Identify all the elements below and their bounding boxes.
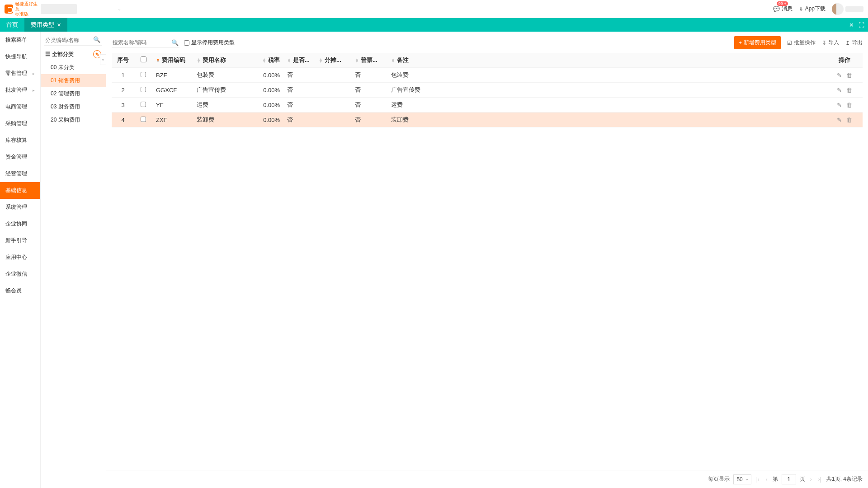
cell-checkbox[interactable]	[134, 83, 152, 98]
sidebar-item-label: 经营管理	[5, 170, 27, 178]
sidebar-item-inventory[interactable]: 库存核算	[0, 132, 40, 149]
prev-page-button[interactable]: ‹	[764, 476, 769, 483]
app-download-button[interactable]: ⇩ App下载	[799, 5, 826, 13]
search-icon[interactable]: 🔍	[93, 36, 100, 43]
row-checkbox[interactable]	[141, 117, 146, 122]
sidebar-item-purchase[interactable]: 采购管理	[0, 115, 40, 132]
cell-code: GGXCF	[152, 83, 193, 98]
category-item[interactable]: 03 财务费用	[41, 100, 106, 113]
table-row[interactable]: 2GGXCF广告宣传费0.00%否否广告宣传费✎🗑	[112, 83, 863, 98]
col-header-name[interactable]: ▲▼费用名称	[193, 53, 252, 68]
delete-icon[interactable]: 🗑	[846, 102, 852, 108]
sidebar-item-label: 搜索菜单	[5, 36, 27, 44]
cell-checkbox[interactable]	[134, 68, 152, 83]
category-all[interactable]: ☰ 全部分类 ✎	[41, 47, 106, 61]
add-button-label: 新增费用类型	[744, 39, 776, 47]
tab-close-all-icon[interactable]: ✕	[849, 22, 854, 28]
row-checkbox[interactable]	[141, 102, 146, 107]
batch-actions-button[interactable]: ☑ 批量操作	[787, 39, 816, 47]
cell-code: ZXF	[152, 113, 193, 127]
category-item[interactable]: 20 采购费用	[41, 113, 106, 127]
edit-icon[interactable]: ✎	[837, 72, 842, 79]
close-icon[interactable]: ✕	[57, 22, 61, 28]
cell-name: 广告宣传费	[193, 83, 252, 98]
col-header-allocation[interactable]: ▲▼分摊...	[315, 53, 351, 68]
category-item[interactable]: 00 未分类	[41, 61, 106, 74]
table-row[interactable]: 1BZF包装费0.00%否否包装费✎🗑	[112, 68, 863, 83]
sidebar-item-funds[interactable]: 资金管理	[0, 149, 40, 165]
messages-button[interactable]: 💬 消息 99 +	[773, 5, 793, 13]
toolbar: 🔍 显示停用费用类型 + 新增费用类型 ☑ 批量操作 ↧ 导入	[106, 32, 868, 53]
edit-icon[interactable]: ✎	[837, 117, 842, 123]
tab-home[interactable]: 首页	[0, 18, 24, 32]
sort-icon: ▲▼	[319, 58, 323, 63]
sidebar-item-quick-nav[interactable]: 快捷导航	[0, 48, 40, 65]
page-input[interactable]	[782, 474, 796, 484]
cell-invoice: 否	[351, 113, 387, 127]
delete-icon[interactable]: 🗑	[846, 72, 852, 79]
col-header-invoice[interactable]: ▲▼普票...	[351, 53, 387, 68]
brand-line1: 畅捷通好生意	[15, 1, 41, 11]
sort-icon: ▲▼	[262, 58, 266, 63]
search-input[interactable]	[112, 38, 179, 48]
select-all-checkbox[interactable]	[141, 56, 146, 62]
search-icon[interactable]: 🔍	[171, 39, 179, 46]
sidebar-item-app-center[interactable]: 应用中心	[0, 249, 40, 266]
col-header-code[interactable]: ▲▼费用编码	[152, 53, 193, 68]
sidebar-item-collab[interactable]: 企业协同	[0, 216, 40, 232]
edit-icon[interactable]: ✎	[837, 87, 842, 94]
next-page-button[interactable]: ›	[809, 476, 813, 483]
delete-icon[interactable]: 🗑	[846, 87, 852, 94]
col-header-remark[interactable]: ▲▼备注	[387, 53, 826, 68]
fullscreen-icon[interactable]: ⛶	[859, 22, 864, 28]
category-item[interactable]: 02 管理费用	[41, 87, 106, 100]
row-checkbox[interactable]	[141, 87, 146, 92]
account-switcher[interactable]: ⌄	[41, 4, 131, 14]
user-menu[interactable]	[832, 3, 863, 15]
show-disabled-input[interactable]	[184, 40, 189, 46]
collapse-panel-button[interactable]: «	[100, 54, 106, 65]
delete-icon[interactable]: 🗑	[846, 117, 852, 123]
sidebar-item-basic-info[interactable]: 基础信息	[0, 182, 40, 199]
cell-rate: 0.00%	[252, 68, 283, 83]
sidebar-item-wholesale[interactable]: 批发管理▸	[0, 82, 40, 99]
sidebar-item-wecom[interactable]: 企业微信	[0, 266, 40, 282]
tab-expense-type[interactable]: 费用类型 ✕	[24, 18, 67, 32]
import-icon: ↧	[822, 40, 826, 46]
main-content: 🔍 显示停用费用类型 + 新增费用类型 ☑ 批量操作 ↧ 导入	[106, 32, 868, 488]
chevron-right-icon: ▸	[33, 88, 35, 93]
sidebar-item-member[interactable]: 畅会员	[0, 282, 40, 299]
category-item[interactable]: 01 销售费用	[41, 74, 106, 87]
edit-icon[interactable]: ✎	[837, 102, 842, 108]
import-button[interactable]: ↧ 导入	[822, 39, 839, 47]
table-row[interactable]: 3YF运费0.00%否否运费✎🗑	[112, 98, 863, 113]
import-label: 导入	[828, 39, 839, 47]
add-expense-type-button[interactable]: + 新增费用类型	[734, 36, 781, 49]
sidebar-item-ecommerce[interactable]: 电商管理	[0, 99, 40, 115]
sidebar-item-operations[interactable]: 经营管理	[0, 165, 40, 182]
sort-icon: ▲▼	[355, 58, 359, 63]
cell-checkbox[interactable]	[134, 98, 152, 113]
col-header-index[interactable]: 序号	[112, 53, 134, 68]
table-row[interactable]: 4ZXF装卸费0.00%否否装卸费✎🗑	[112, 113, 863, 127]
cell-ops: ✎🗑	[826, 68, 863, 83]
sidebar-item-search-menu[interactable]: 搜索菜单	[0, 32, 40, 48]
show-disabled-checkbox[interactable]: 显示停用费用类型	[184, 39, 235, 47]
col-header-checkbox[interactable]	[134, 53, 152, 68]
export-button[interactable]: ↥ 导出	[845, 39, 863, 47]
row-checkbox[interactable]	[141, 72, 146, 77]
col-header-rate[interactable]: ▲▼税率	[252, 53, 283, 68]
user-name-placeholder	[845, 6, 863, 12]
last-page-button[interactable]: ›|	[817, 476, 823, 483]
sidebar-item-label: 畅会员	[5, 287, 22, 295]
sidebar-item-guide[interactable]: 新手引导	[0, 232, 40, 249]
batch-label: 批量操作	[794, 39, 816, 47]
cell-checkbox[interactable]	[134, 113, 152, 127]
first-page-button[interactable]: |‹	[755, 476, 761, 483]
cell-invoice: 否	[351, 83, 387, 98]
per-page-select[interactable]: 50	[733, 474, 751, 484]
sidebar-item-system[interactable]: 系统管理	[0, 199, 40, 216]
col-header-is[interactable]: ▲▼是否...	[283, 53, 315, 68]
sidebar-item-label: 企业协同	[5, 220, 27, 228]
sidebar-item-retail[interactable]: 零售管理▸	[0, 65, 40, 82]
